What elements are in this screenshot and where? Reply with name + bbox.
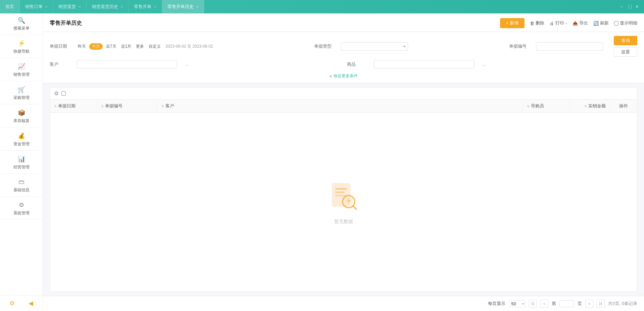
page-nav-prev[interactable]: ＜ (540, 300, 548, 308)
minimize-icon[interactable]: － (619, 3, 624, 10)
tab-retail-open-history[interactable]: 零售开单历史 × (162, 0, 204, 13)
svg-rect-2 (335, 192, 345, 193)
customer-label: 客户 (50, 61, 70, 67)
tab-retail-open-history-close[interactable]: × (196, 5, 198, 9)
sidebar-item-system[interactable]: ⚙ 系统管理 (0, 197, 43, 220)
system-icon: ⚙ (19, 201, 24, 209)
th-sort-amount-icon[interactable]: ⇅ (584, 104, 587, 108)
settings-button[interactable]: 设置 (614, 47, 637, 57)
page-number-input[interactable]: 1 (559, 300, 574, 307)
sidebar-item-finance[interactable]: 💰 资金管理 (0, 127, 43, 151)
export-button[interactable]: 📤 导出 (573, 20, 588, 26)
refresh-button[interactable]: 🔄 刷新 (593, 20, 609, 26)
sidebar-item-inventory[interactable]: 📦 库存核算 (0, 104, 43, 127)
delete-icon: 🗑 (530, 21, 534, 26)
docno-input[interactable] (536, 42, 603, 51)
th-sort-docno-icon[interactable]: ⇅ (101, 104, 104, 108)
sidebar-item-operations[interactable]: 📊 经营管理 (0, 151, 43, 174)
display-detail-checkbox[interactable] (614, 21, 618, 25)
empty-text: 暂无数据 (334, 219, 353, 225)
th-date: ⇅ 单据日期 (50, 100, 97, 112)
table-toolbar: ⚙ (50, 88, 637, 100)
page-header: 零售开单历史 + 新增 🗑 删除 🖨 打印 ▾ 📤 导出 🔄 (43, 13, 644, 32)
select-all-checkbox[interactable] (61, 91, 66, 96)
customer-ellipsis[interactable]: ... (185, 62, 189, 67)
sidebar: 🔍 搜索采单 ⚡ 快捷导航 📈 销售管理 🛒 采购管理 📦 库存核算 💰 资金管… (0, 13, 43, 311)
tab-sales-return[interactable]: 销货退货 × (53, 0, 86, 13)
svg-rect-3 (335, 195, 346, 196)
sidebar-item-purchase[interactable]: 🛒 采购管理 (0, 81, 43, 104)
sidebar-inventory-label: 库存核算 (13, 118, 30, 124)
sidebar-purchase-label: 采购管理 (13, 95, 30, 101)
th-sort-customer-icon[interactable]: ⇅ (161, 104, 164, 108)
tab-sales-return-label: 销货退货 (58, 4, 76, 10)
purchase-icon: 🛒 (18, 86, 25, 93)
date-filter-label: 单据日期 (50, 43, 70, 49)
tab-sales-return-history[interactable]: 销货退货历史 × (87, 0, 129, 13)
tab-sales-order-close[interactable]: × (45, 5, 47, 9)
header-actions: + 新增 🗑 删除 🖨 打印 ▾ 📤 导出 🔄 刷新 (500, 18, 637, 28)
refresh-icon: 🔄 (593, 21, 599, 26)
tab-sales-return-close[interactable]: × (79, 5, 81, 9)
tab-home-label: 首页 (5, 4, 14, 10)
empty-state: 暂无数据 (50, 113, 637, 292)
quicknav-icon: ⚡ (18, 40, 25, 47)
sidebar-item-quicknav[interactable]: ⚡ 快捷导航 (0, 35, 43, 58)
doctype-select[interactable] (341, 42, 408, 51)
delete-button[interactable]: 🗑 删除 (530, 20, 544, 26)
date-btn-last7[interactable]: 近7天 (105, 43, 118, 50)
table-header: ⇅ 单据日期 ⇅ 单据编号 ⇅ 客户 ⇅ 导购员 (50, 100, 637, 113)
collapse-sidebar-icon[interactable]: ◀ (29, 300, 33, 307)
docno-label: 单据编号 (509, 43, 529, 49)
sidebar-item-base[interactable]: 🗃 基础信息 (0, 174, 43, 197)
page-nav-last[interactable]: ⟩⟩ (597, 300, 605, 308)
sidebar-item-sales[interactable]: 📈 销售管理 (0, 58, 43, 81)
query-button[interactable]: 查询 (614, 36, 637, 45)
page-title: 零售开单历史 (50, 20, 82, 27)
page-size-select[interactable]: 20 50 100 (509, 300, 526, 307)
tab-sales-return-history-close[interactable]: × (121, 5, 123, 9)
tab-sales-order[interactable]: 销售订单 × (20, 0, 53, 13)
customer-input[interactable] (77, 60, 177, 68)
tab-home[interactable]: 首页 (0, 0, 20, 13)
add-button[interactable]: + 新增 (500, 18, 525, 28)
window-controls: － □ × (613, 3, 644, 10)
table-settings-icon[interactable]: ⚙ (54, 90, 59, 97)
collapse-filters-button[interactable]: ∧ 收起更多条件 (50, 72, 637, 79)
collapse-chevron-icon: ∧ (329, 74, 332, 79)
search-icon: 🔍 (18, 17, 25, 24)
tab-retail-open[interactable]: 零售开单 × (129, 0, 162, 13)
finance-icon: 💰 (18, 132, 25, 140)
display-detail-toggle[interactable]: 显示明细 (614, 20, 637, 26)
tab-sales-return-history-label: 销货退货历史 (92, 4, 118, 10)
page-nav-next[interactable]: ＞ (585, 300, 593, 308)
th-guide: ⇅ 导购员 (523, 100, 570, 112)
doctype-label: 单据类型 (314, 43, 334, 49)
doctype-select-wrap (341, 42, 408, 51)
sidebar-quicknav-label: 快捷导航 (13, 49, 30, 54)
window-close-icon[interactable]: × (636, 4, 639, 10)
date-btn-yesterday[interactable]: 昨天 (77, 43, 87, 50)
date-btn-custom[interactable]: 自定义 (147, 43, 162, 50)
total-info: 共0页, 0条记录 (608, 301, 637, 307)
th-sort-date-icon[interactable]: ⇅ (54, 104, 57, 108)
sidebar-item-search[interactable]: 🔍 搜索采单 (0, 13, 43, 35)
top-navigation: 首页 销售订单 × 销货退货 × 销货退货历史 × 零售开单 × 零售开单历史 … (0, 0, 644, 13)
tab-retail-open-close[interactable]: × (154, 5, 156, 9)
date-btn-last1month[interactable]: 近1月 (120, 43, 133, 50)
maximize-icon[interactable]: □ (628, 4, 632, 10)
date-btn-more[interactable]: 更多 (135, 43, 145, 50)
product-input[interactable] (374, 60, 475, 68)
print-button[interactable]: 🖨 打印 ▾ (550, 20, 567, 26)
th-sort-guide-icon[interactable]: ⇅ (527, 104, 530, 108)
page-nav-first[interactable]: ⟨⟨ (529, 300, 537, 308)
table-area: ⚙ ⇅ 单据日期 ⇅ 单据编号 ⇅ 客户 (43, 83, 644, 296)
th-docno: ⇅ 单据编号 (97, 100, 157, 112)
settings-bottom-icon[interactable]: ⚙ (9, 300, 15, 307)
date-btn-today[interactable]: 今天 (89, 43, 103, 50)
th-amount: ⇅ 实销金额 (570, 100, 610, 112)
tab-sales-order-label: 销售订单 (25, 4, 43, 10)
filter-row-date: 单据日期 昨天 今天 近7天 近1月 更多 自定义 2023-06-02 至 2… (50, 36, 637, 57)
inventory-icon: 📦 (18, 109, 25, 116)
product-ellipsis[interactable]: ... (483, 62, 486, 67)
